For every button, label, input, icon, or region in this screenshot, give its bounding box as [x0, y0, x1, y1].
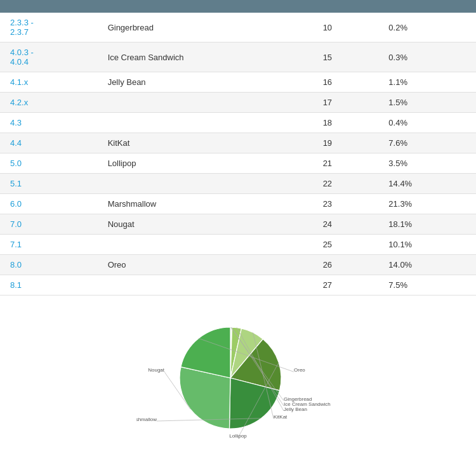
pie-label-nougat: Nougat: [148, 367, 165, 373]
table-row: 8.1 27 7.5%: [0, 275, 476, 295]
distribution-cell: 21.3%: [378, 194, 476, 214]
version-cell: 4.4: [0, 133, 98, 153]
version-link[interactable]: 5.1: [10, 179, 22, 188]
version-column-header: [0, 0, 98, 13]
version-link[interactable]: 7.1: [10, 240, 22, 249]
distribution-cell: 10.1%: [378, 235, 476, 255]
version-cell: 2.3.3 -2.3.7: [0, 13, 98, 42]
distribution-cell: 1.1%: [378, 72, 476, 93]
api-cell: 22: [313, 174, 379, 194]
table-row: 4.1.x Jelly Bean 16 1.1%: [0, 72, 476, 93]
api-cell: 26: [313, 255, 379, 275]
distribution-cell: 0.3%: [378, 42, 476, 72]
codename-cell: [98, 275, 313, 295]
pie-label-jelly-bean: Jelly Bean: [284, 406, 307, 412]
distribution-cell: 7.6%: [378, 133, 476, 153]
table-row: 4.3 18 0.4%: [0, 113, 476, 133]
codename-cell: [98, 113, 313, 133]
distribution-cell: 0.4%: [378, 113, 476, 133]
version-cell: 7.0: [0, 214, 98, 235]
distribution-cell: 14.4%: [378, 174, 476, 194]
version-cell: 6.0: [0, 194, 98, 214]
version-link[interactable]: 5.0: [10, 159, 22, 168]
pie-label-kitkat: KitKat: [274, 414, 288, 420]
table-row: 7.1 25 10.1%: [0, 235, 476, 255]
api-cell: 15: [313, 42, 379, 72]
distribution-cell: 14.0%: [378, 255, 476, 275]
distribution-chart-section: GingerbreadIce Cream SandwichJelly BeanK…: [0, 295, 476, 460]
version-cell: 5.1: [0, 174, 98, 194]
version-cell: 4.1.x: [0, 72, 98, 93]
api-cell: 17: [313, 93, 379, 113]
pie-label-oreo: Oreo: [294, 367, 305, 373]
api-cell: 19: [313, 133, 379, 153]
api-cell: 24: [313, 214, 379, 235]
distribution-cell: 7.5%: [378, 275, 476, 295]
codename-cell: KitKat: [98, 133, 313, 153]
codename-cell: Gingerbread: [98, 13, 313, 42]
distribution-cell: 3.5%: [378, 153, 476, 174]
version-link[interactable]: 8.1: [10, 280, 22, 290]
table-row: 8.0 Oreo 26 14.0%: [0, 255, 476, 275]
api-cell: 27: [313, 275, 379, 295]
api-cell: 16: [313, 72, 379, 93]
table-row: 5.0 Lollipop 21 3.5%: [0, 153, 476, 174]
codename-cell: Marshmallow: [98, 194, 313, 214]
version-link[interactable]: 4.1.x: [10, 77, 28, 87]
version-cell: 8.0: [0, 255, 98, 275]
api-cell: 10: [313, 13, 379, 42]
api-cell: 21: [313, 153, 379, 174]
version-link[interactable]: 7.0: [10, 219, 22, 229]
distribution-column-header: [378, 0, 476, 13]
version-link[interactable]: 4.0.3 -4.0.4: [10, 48, 34, 67]
version-cell: 5.0: [0, 153, 98, 174]
codename-cell: Nougat: [98, 214, 313, 235]
codename-cell: Ice Cream Sandwich: [98, 42, 313, 72]
pie-label-marshmallow: Marshmallow: [136, 417, 157, 422]
api-cell: 25: [313, 235, 379, 255]
api-column-header: [313, 0, 379, 13]
table-row: 7.0 Nougat 24 18.1%: [0, 214, 476, 235]
table-row: 4.4 KitKat 19 7.6%: [0, 133, 476, 153]
codename-cell: [98, 174, 313, 194]
table-row: 4.0.3 -4.0.4 Ice Cream Sandwich 15 0.3%: [0, 42, 476, 72]
version-cell: 4.2.x: [0, 93, 98, 113]
codename-cell: Jelly Bean: [98, 72, 313, 93]
version-cell: 4.0.3 -4.0.4: [0, 42, 98, 72]
table-row: 2.3.3 -2.3.7 Gingerbread 10 0.2%: [0, 13, 476, 42]
codename-column-header: [98, 0, 313, 13]
codename-cell: [98, 93, 313, 113]
version-link[interactable]: 4.4: [10, 138, 22, 148]
table-row: 6.0 Marshmallow 23 21.3%: [0, 194, 476, 214]
version-cell: 4.3: [0, 113, 98, 133]
api-cell: 18: [313, 113, 379, 133]
version-link[interactable]: 2.3.3 -2.3.7: [10, 18, 34, 37]
version-cell: 8.1: [0, 275, 98, 295]
version-cell: 7.1: [0, 235, 98, 255]
pie-chart: GingerbreadIce Cream SandwichJelly BeanK…: [136, 308, 340, 448]
table-row: 4.2.x 17 1.5%: [0, 93, 476, 113]
api-cell: 23: [313, 194, 379, 214]
version-link[interactable]: 4.3: [10, 118, 22, 127]
android-distribution-table: 2.3.3 -2.3.7 Gingerbread 10 0.2% 4.0.3 -…: [0, 0, 476, 295]
codename-cell: Lollipop: [98, 153, 313, 174]
pie-label-lollipop: Lollipop: [229, 433, 247, 439]
version-link[interactable]: 4.2.x: [10, 98, 28, 107]
distribution-cell: 1.5%: [378, 93, 476, 113]
codename-cell: [98, 235, 313, 255]
version-link[interactable]: 8.0: [10, 260, 22, 269]
table-row: 5.1 22 14.4%: [0, 174, 476, 194]
version-link[interactable]: 6.0: [10, 199, 22, 209]
distribution-cell: 18.1%: [378, 214, 476, 235]
codename-cell: Oreo: [98, 255, 313, 275]
distribution-cell: 0.2%: [378, 13, 476, 42]
